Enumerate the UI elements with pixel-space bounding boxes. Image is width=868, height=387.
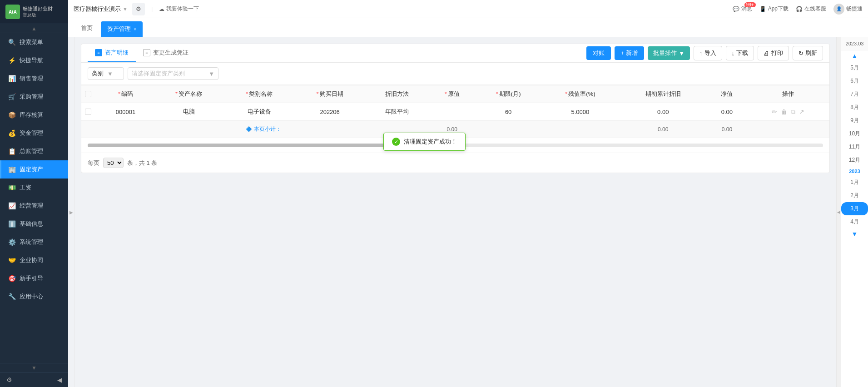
sidebar-item-system[interactable]: ⚙️ 系统管理	[0, 233, 68, 251]
calendar-month-jan-2023[interactable]: 1月	[841, 176, 868, 189]
calendar-month-oct[interactable]: 10月	[841, 127, 868, 140]
sidebar-item-inventory[interactable]: 📦 库存核算	[0, 106, 68, 124]
settings-icon[interactable]: ⚙	[6, 376, 12, 383]
quicknav-icon: ⚡	[8, 57, 16, 64]
right-panel-toggle[interactable]: ◀	[836, 37, 841, 387]
calendar-month-mar-2023[interactable]: 3月	[841, 202, 868, 215]
sidebar-nav: 🔍 搜索菜单 ⚡ 快捷导航 📊 销售管理 🛒 采购管理 📦 库存核算 💰 资金管…	[0, 33, 68, 363]
calendar-month-aug[interactable]: 8月	[841, 101, 868, 114]
calendar-month-feb-2023[interactable]: 2月	[841, 189, 868, 202]
calendar-month-sep[interactable]: 9月	[841, 114, 868, 127]
calendar-month-may[interactable]: 5月	[841, 61, 868, 74]
app-download-btn[interactable]: 📱 App下载	[759, 5, 789, 13]
subtotal-empty3	[541, 121, 619, 138]
user-profile[interactable]: 👤 畅捷通	[833, 4, 863, 15]
sidebar-item-label: 经营管理	[20, 202, 43, 210]
collab-icon: 🤝	[8, 257, 16, 264]
sidebar-item-guide[interactable]: 🎯 新手引导	[0, 269, 68, 288]
toast-message: 清理固定资产成功！	[404, 138, 457, 146]
header-purchase-date: *购买日期	[294, 85, 365, 103]
sidebar-item-operations[interactable]: 📈 经营管理	[0, 197, 68, 215]
company-selector[interactable]: 医疗器械行业演示 ▼	[74, 5, 128, 13]
sidebar-item-search[interactable]: 🔍 搜索菜单	[0, 33, 68, 51]
sidebar-item-basic-info[interactable]: ℹ️ 基础信息	[0, 215, 68, 233]
sidebar-item-label: 总账管理	[20, 147, 43, 155]
calendar-month-dec[interactable]: 12月	[841, 154, 868, 167]
sidebar-scroll-down[interactable]: ▼	[0, 363, 68, 372]
basic-info-icon: ℹ️	[8, 220, 16, 228]
delete-icon[interactable]: 🗑	[781, 108, 787, 115]
calendar-nav-up[interactable]: ▲	[841, 50, 868, 61]
download-btn[interactable]: ↓ 下载	[726, 46, 754, 60]
sidebar-item-sales[interactable]: 📊 销售管理	[0, 69, 68, 88]
success-icon: ✓	[392, 138, 400, 146]
row-checkbox-cell	[81, 103, 98, 121]
print-btn[interactable]: 🖨 打印	[758, 46, 789, 60]
change-voucher-icon: ≡	[143, 49, 150, 56]
sidebar-item-app-center[interactable]: 🔧 应用中心	[0, 288, 68, 306]
experience-text: 我要体验一下	[166, 5, 199, 13]
header-checkbox-cell	[81, 85, 98, 103]
username: 畅捷通	[846, 5, 863, 13]
sub-tab-asset-detail[interactable]: ≡ 资产明细	[88, 44, 136, 62]
filter-row: 类别 ▼ 请选择固定资产类别 ▼	[81, 63, 829, 85]
cell-opening-depreciation: 0.00	[619, 103, 707, 121]
category-value-select[interactable]: 请选择固定资产类别 ▼	[128, 67, 218, 80]
sales-icon: 📊	[8, 75, 16, 82]
topbar-divider: |	[151, 5, 153, 12]
subtotal-opening: 0.00	[619, 121, 707, 138]
calendar-month-apr-2023[interactable]: 4月	[841, 215, 868, 228]
batch-ops-btn[interactable]: 批量操作 ▼	[648, 46, 690, 60]
tab-asset-manage[interactable]: 资产管理 ×	[101, 21, 143, 37]
message-btn[interactable]: 💬 消息 99+	[733, 5, 752, 13]
sidebar-collapse-btn[interactable]: ◀	[57, 377, 62, 383]
sidebar-item-ledger[interactable]: 📋 总账管理	[0, 142, 68, 160]
app-name: 畅捷通好业财	[23, 5, 53, 12]
asset-detail-label: 资产明细	[105, 49, 129, 57]
subtotal-icon: 🔷	[246, 126, 252, 132]
online-service-btn[interactable]: 🎧 在线客服	[796, 5, 826, 13]
copy-icon[interactable]: ⧉	[791, 108, 795, 116]
refresh-btn[interactable]: ↻ 刷新	[793, 46, 823, 60]
header-action: 操作	[747, 85, 829, 103]
more-icon[interactable]: ↗	[799, 108, 804, 115]
tab-close-icon[interactable]: ×	[134, 26, 136, 32]
calendar-month-jul[interactable]: 7月	[841, 88, 868, 101]
content-main: ≡ 资产明细 ≡ 变更生成凭证 对账 + 新增 批量操作 ▼	[74, 37, 836, 387]
header-opening-depreciation: 期初累计折旧	[619, 85, 707, 103]
table-container: *编码 *资产名称 *类别名称 *购买日期 折旧方法 *原值 *期限(月) *残…	[81, 85, 829, 138]
header-residual-rate: *残值率(%)	[541, 85, 619, 103]
sidebar-item-fixed-assets[interactable]: 🏢 固定资产	[0, 160, 68, 179]
company-settings-btn[interactable]: ⚙	[132, 3, 145, 15]
sub-tab-change-voucher[interactable]: ≡ 变更生成凭证	[136, 44, 196, 62]
sidebar-item-purchase[interactable]: 🛒 采购管理	[0, 88, 68, 106]
per-page-select[interactable]: 50	[103, 158, 124, 168]
calendar-month-nov[interactable]: 11月	[841, 140, 868, 154]
reconcile-btn[interactable]: 对账	[586, 46, 611, 60]
sidebar-item-quicknav[interactable]: ⚡ 快捷导航	[0, 51, 68, 69]
nav-down-icon: ▼	[849, 229, 861, 238]
calendar-nav-down[interactable]: ▼	[841, 228, 868, 239]
row-checkbox[interactable]	[85, 109, 91, 115]
download-icon: ↓	[732, 50, 735, 57]
guide-icon: 🎯	[8, 275, 16, 282]
sidebar-scroll-up[interactable]: ▲	[0, 24, 68, 33]
edit-icon[interactable]: ✏	[772, 108, 777, 115]
tab-home[interactable]: 首页	[74, 20, 99, 37]
sidebar-bottom: ⚙ ◀	[0, 372, 68, 387]
action-icons: ✏ 🗑 ⧉ ↗	[750, 108, 826, 116]
sidebar-item-payroll[interactable]: 💵 工资	[0, 179, 68, 197]
sidebar-item-label: 资金管理	[20, 129, 43, 137]
new-btn[interactable]: + 新增	[615, 46, 644, 60]
category-select[interactable]: 类别 ▼	[88, 67, 124, 80]
experience-link[interactable]: ☁ 我要体验一下	[159, 5, 199, 13]
select-all-checkbox[interactable]	[85, 91, 91, 97]
right-panel-toggle-strip[interactable]: ▶	[68, 37, 74, 387]
sidebar-item-label: 快捷导航	[20, 56, 43, 64]
total-label: 条，共 1 条	[127, 159, 157, 167]
sidebar-item-funds[interactable]: 💰 资金管理	[0, 124, 68, 142]
calendar-month-jun[interactable]: 6月	[841, 74, 868, 88]
sidebar-item-collab[interactable]: 🤝 企业协同	[0, 251, 68, 269]
import-btn[interactable]: ↑ 导入	[694, 46, 722, 60]
cell-purchase-date: 202206	[294, 103, 365, 121]
